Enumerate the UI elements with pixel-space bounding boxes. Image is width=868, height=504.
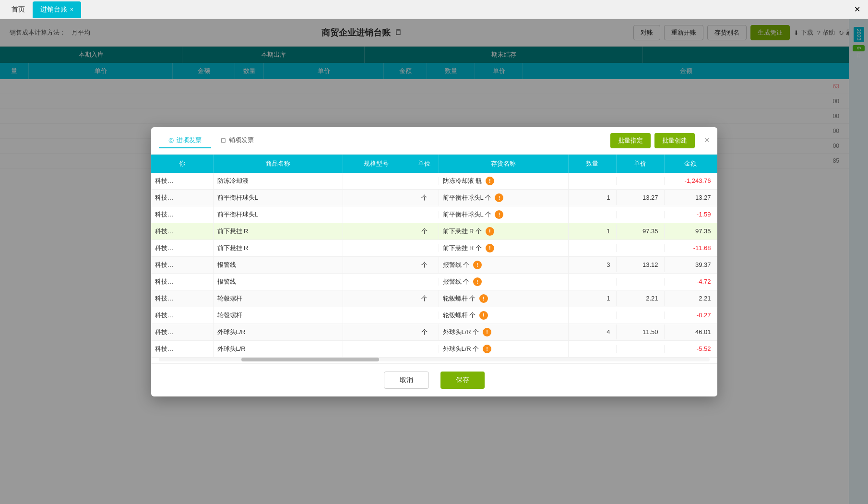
cell-col7 <box>617 312 665 319</box>
table-row[interactable]: 科技… 前平衡杆球头L 前平衡杆球头L 个 ! -1.59 <box>151 206 717 223</box>
cell-col3 <box>343 312 410 319</box>
cell-col7: 97.35 <box>617 224 665 239</box>
table-row[interactable]: 科技… 前平衡杆球头L 个 前平衡杆球头L 个 ! 1 13.27 13.27 <box>151 190 717 206</box>
cell-col1: 科技… <box>151 274 214 290</box>
cell-col5: 轮毂螺杆 个 ! <box>439 290 569 307</box>
horizontal-scrollbar[interactable] <box>159 358 710 361</box>
table-row[interactable]: 科技… 报警线 个 报警线 个 ! 3 13.12 39.37 <box>151 257 717 274</box>
window-close-button[interactable]: ✕ <box>854 5 860 14</box>
cell-col5: 外球头L/R 个 ! <box>439 324 569 340</box>
th-col4: 单位 <box>410 155 439 173</box>
cell-col7 <box>617 278 665 286</box>
cell-col4 <box>410 177 439 185</box>
cell-col5: 前平衡杆球头L 个 ! <box>439 206 569 223</box>
save-button[interactable]: 保存 <box>440 372 485 389</box>
cell-col4 <box>410 312 439 319</box>
cell-col3 <box>343 194 410 202</box>
cell-col1: 科技… <box>151 173 214 189</box>
cell-col1: 科技… <box>151 206 214 223</box>
tab-sales-invoice[interactable]: ◻ 销项发票 <box>211 133 263 148</box>
cell-col1: 科技… <box>151 324 214 340</box>
cell-col6: 1 <box>569 291 617 306</box>
cell-col3 <box>343 244 410 252</box>
warning-icon: ! <box>483 345 491 353</box>
th-col3: 规格型号 <box>343 155 410 173</box>
table-row[interactable]: 科技… 轮毂螺杆 轮毂螺杆 个 ! -0.27 <box>151 307 717 324</box>
cell-col8: -1,243.76 <box>665 173 717 188</box>
cell-col7 <box>617 345 665 353</box>
cell-col1: 科技… <box>151 257 214 273</box>
cell-col5: 报警线 个 ! <box>439 257 569 273</box>
modal-tabs: ◎ 进项发票 ◻ 销项发票 <box>159 133 263 148</box>
warning-icon: ! <box>473 277 482 286</box>
cell-col5: 报警线 个 ! <box>439 274 569 290</box>
th-col5: 存货名称 <box>439 155 569 173</box>
th-col8: 金额 <box>665 155 717 173</box>
batch-create-button[interactable]: 批量创建 <box>654 133 695 148</box>
cell-col3 <box>343 345 410 353</box>
cell-col6: 1 <box>569 190 617 205</box>
cell-col7 <box>617 177 665 185</box>
cell-col4: 个 <box>410 290 439 307</box>
cell-col6 <box>569 244 617 252</box>
cell-col3 <box>343 228 410 235</box>
modal-header: ◎ 进项发票 ◻ 销项发票 批量指定 批量创建 × <box>151 127 717 155</box>
warning-icon: ! <box>473 261 482 269</box>
scrollbar-thumb[interactable] <box>241 358 379 361</box>
cell-col2: 轮毂螺杆 <box>214 307 343 324</box>
cell-col8: -11.68 <box>665 240 717 255</box>
table-row[interactable]: 科技… 前下悬挂 R 前下悬挂 R 个 ! -11.68 <box>151 240 717 257</box>
table-row[interactable]: 科技… 报警线 报警线 个 ! -4.72 <box>151 274 717 290</box>
cell-col3 <box>343 295 410 302</box>
cell-col7: 11.50 <box>617 324 665 339</box>
batch-assign-button[interactable]: 批量指定 <box>610 133 651 148</box>
cell-col2: 前平衡杆球头L <box>214 206 343 223</box>
cell-col7: 2.21 <box>617 291 665 306</box>
cell-col1: 科技… <box>151 341 214 357</box>
cell-col2: 报警线 <box>214 274 343 290</box>
cell-col4: 个 <box>410 324 439 340</box>
cell-col5: 防冻冷却液 瓶 ! <box>439 173 569 189</box>
cell-col6: 1 <box>569 224 617 239</box>
table-row[interactable]: 科技… 前下悬挂 R 个 前下悬挂 R 个 ! 1 97.35 97.35 <box>151 223 717 240</box>
modal-close-button[interactable]: × <box>704 135 710 145</box>
cell-col5: 前下悬挂 R 个 ! <box>439 223 569 240</box>
cell-col8: 2.21 <box>665 291 717 306</box>
cell-col4 <box>410 211 439 218</box>
table-row[interactable]: 科技… 轮毂螺杆 个 轮毂螺杆 个 ! 1 2.21 2.21 <box>151 290 717 307</box>
incoming-icon: ◎ <box>168 136 174 144</box>
cell-col8: 13.27 <box>665 190 717 205</box>
main-content: 销售成本计算方法： 月平均 商贸企业进销台账 🗒 对账 重新开账 存货别名 生成… <box>0 19 868 504</box>
table-row[interactable]: 科技… 外球头L/R 外球头L/R 个 ! -5.52 <box>151 341 717 358</box>
tab-incoming-invoice[interactable]: ◎ 进项发票 <box>159 133 211 148</box>
modal-table: 你 商品名称 规格型号 单位 存货名称 数量 单价 金额 科技… 防冻冷却液 防… <box>151 155 717 358</box>
cell-col2: 报警线 <box>214 257 343 273</box>
cell-col6 <box>569 278 617 286</box>
cell-col3 <box>343 328 410 336</box>
modal-table-header: 你 商品名称 规格型号 单位 存货名称 数量 单价 金额 <box>151 155 717 173</box>
sales-icon: ◻ <box>221 136 226 144</box>
cell-col6 <box>569 345 617 353</box>
cell-col2: 外球头L/R <box>214 324 343 340</box>
cell-col3 <box>343 278 410 286</box>
cell-col1: 科技… <box>151 290 214 307</box>
cell-col5: 外球头L/R 个 ! <box>439 341 569 357</box>
cell-col8: 39.37 <box>665 257 717 272</box>
table-row[interactable]: 科技… 防冻冷却液 防冻冷却液 瓶 ! -1,243.76 <box>151 173 717 190</box>
cell-col5: 前平衡杆球头L 个 ! <box>439 190 569 206</box>
cell-col1: 科技… <box>151 190 214 206</box>
tab-home[interactable]: 首页 <box>4 1 33 18</box>
cell-col2: 前下悬挂 R <box>214 240 343 256</box>
cell-col4 <box>410 345 439 353</box>
table-row[interactable]: 科技… 外球头L/R 个 外球头L/R 个 ! 4 11.50 46.01 <box>151 324 717 341</box>
cell-col3 <box>343 261 410 269</box>
cell-col7: 13.12 <box>617 257 665 272</box>
cell-col2: 外球头L/R <box>214 341 343 357</box>
cell-col6 <box>569 177 617 185</box>
cell-col3 <box>343 211 410 218</box>
tab-current[interactable]: 进销台账 × <box>33 1 81 18</box>
cancel-button[interactable]: 取消 <box>384 372 429 389</box>
cell-col4: 个 <box>410 257 439 273</box>
th-col7: 单价 <box>617 155 665 173</box>
tab-close-icon[interactable]: × <box>70 6 73 13</box>
